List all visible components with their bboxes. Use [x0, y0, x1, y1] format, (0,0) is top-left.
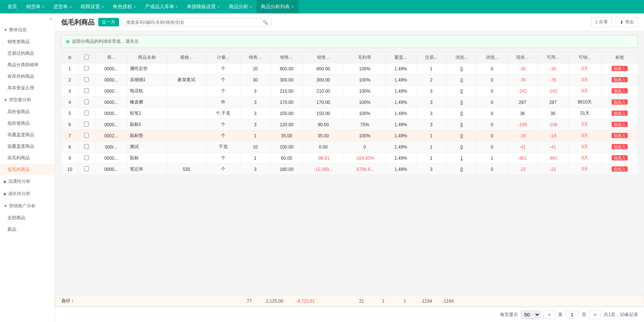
row-browse1[interactable]: 0 [446, 74, 477, 86]
sidebar-item-high-value[interactable]: 高价值商品 [0, 106, 55, 118]
table-row[interactable]: 9 0000... 鼠标 个 1 60.00 -98.91 -164.85% 1… [61, 153, 638, 164]
table-row[interactable]: 6 0000... 鼠标1 个 3 120.00 90.00 75% 1.49%… [61, 119, 638, 130]
row-checkbox[interactable] [84, 144, 89, 149]
row-browse1[interactable]: 0 [446, 108, 477, 119]
table-row[interactable]: 5 0000... 铅笔1 个,千克 3 150.00 150.00 100% … [61, 108, 638, 119]
col-saleable[interactable]: 可销... [568, 52, 602, 63]
row-browse1[interactable]: 0 [446, 63, 477, 74]
nav-template-setting[interactable]: 单据模板设置 × [182, 0, 224, 13]
row-check[interactable] [78, 86, 95, 97]
row-browse1[interactable]: 0 [446, 164, 477, 175]
row-check[interactable] [78, 97, 95, 108]
sidebar-item-sales-goods[interactable]: 销售类商品 [0, 36, 55, 48]
col-trade[interactable]: 交易... [416, 52, 446, 63]
nav-permissions[interactable]: 权限设置 × [76, 0, 108, 13]
close-icon[interactable]: × [102, 4, 104, 9]
sidebar-item-stock-capital[interactable]: 库存资金占用 [0, 82, 55, 94]
per-page-select[interactable]: 50 100 200 [521, 310, 541, 319]
table-row[interactable]: 4 0000... 橡皮擦 件 3 170.00 170.00 100% 1.4… [61, 97, 638, 108]
nav-role-auth[interactable]: 角色授权 × [108, 0, 140, 13]
col-cover-rate[interactable]: 覆盖... [385, 52, 416, 63]
sidebar-group-marketing[interactable]: ▼ 营销推广分析 [0, 200, 55, 212]
row-checkbox[interactable] [84, 99, 89, 104]
sidebar-group-growth[interactable]: ▶ 成长性分析 [0, 188, 55, 200]
col-sales-qty[interactable]: 销售... [240, 52, 270, 63]
row-checkbox[interactable] [84, 133, 89, 138]
sidebar-group-circulation[interactable]: ▶ 流通性分析 [0, 175, 55, 188]
row-checkbox[interactable] [84, 111, 89, 115]
row-check[interactable] [78, 63, 95, 74]
table-row[interactable]: 10 0000... 笔记本 535 个 3 180.00 -10,380...… [61, 164, 638, 175]
close-icon[interactable]: × [217, 4, 220, 9]
row-check[interactable] [78, 153, 95, 164]
row-check[interactable] [78, 164, 95, 175]
sidebar-item-low-coverage[interactable]: 低覆盖度商品 [0, 141, 55, 152]
prev-page-btn[interactable]: ＜ [544, 310, 555, 319]
sidebar-item-low-margin[interactable]: 低毛利商品 [0, 164, 55, 175]
col-sales-profit[interactable]: 销售... [303, 52, 344, 63]
col-browse1[interactable]: 浏览... [446, 52, 477, 63]
sidebar-item-all-goods[interactable]: 全部商品 [0, 212, 55, 224]
table-row[interactable]: 8 000/... 测试 千克 10 100.00 0.00 0 1.49% 1… [61, 141, 638, 153]
sidebar-item-low-value[interactable]: 低价值商品 [0, 118, 55, 129]
col-browse2[interactable]: 浏览... [477, 52, 507, 63]
sidebar-item-in-stock[interactable]: 有库存的商品 [0, 71, 55, 82]
nav-product-instock[interactable]: 产成品入库单 × [141, 0, 182, 13]
close-icon[interactable]: × [250, 4, 252, 9]
sidebar-item-category-rate[interactable]: 商品分类助销率 [0, 59, 55, 71]
row-checkbox[interactable] [84, 166, 89, 171]
col-settings[interactable]: ⚙ [61, 52, 79, 63]
col-current-stock[interactable]: 现有... [507, 52, 538, 63]
col-code[interactable]: 商... [95, 52, 127, 63]
period-button[interactable]: 近一月 [98, 18, 119, 26]
sidebar-group-type-analysis[interactable]: ▼ 类型量分析 [0, 94, 55, 106]
sidebar-collapse-btn[interactable]: « [0, 13, 55, 24]
sidebar-item-high-coverage[interactable]: 高覆盖度商品 [0, 129, 55, 141]
next-page-btn[interactable]: ＞ [589, 310, 601, 319]
row-checkbox[interactable] [84, 88, 89, 93]
col-check[interactable] [78, 52, 95, 63]
close-icon[interactable]: × [134, 4, 136, 9]
row-browse1[interactable]: 0 [446, 141, 477, 153]
share-button[interactable]: ⤴ 分享 [591, 17, 612, 27]
row-check[interactable] [78, 108, 95, 119]
check-all[interactable] [84, 55, 89, 60]
search-input[interactable] [126, 20, 261, 25]
sidebar-item-new-goods[interactable]: 新品 [0, 224, 55, 235]
col-available[interactable]: 可用... [538, 52, 568, 63]
sidebar-item-traded-goods[interactable]: 交易过的商品 [0, 48, 55, 59]
col-unit[interactable]: 计量... [206, 52, 240, 63]
table-row[interactable]: 2 0000... 吴细细1 参加复试 个 30 300.00 300.00 1… [61, 74, 638, 86]
table-row[interactable]: 7 0002... 鼠标垫 个 1 35.00 35.00 100% 1.49%… [61, 130, 638, 141]
row-checkbox[interactable] [84, 155, 89, 160]
close-icon[interactable]: × [291, 4, 294, 9]
close-icon[interactable]: × [176, 4, 178, 9]
close-icon[interactable]: × [69, 4, 71, 9]
nav-purchase-order[interactable]: 进货单 × [49, 0, 76, 13]
col-name[interactable]: 商品名称 [127, 52, 167, 63]
row-browse1[interactable]: 0 [446, 86, 477, 97]
row-checkbox[interactable] [84, 77, 89, 82]
sidebar-group-overall[interactable]: ▼ 整体信息 [0, 24, 55, 36]
col-spec[interactable]: 规格... [167, 52, 206, 63]
nav-goods-analysis-list[interactable]: 商品分析列表 × [256, 0, 298, 13]
row-check[interactable] [78, 130, 95, 141]
row-browse1[interactable]: 0 [446, 97, 477, 108]
col-sales-price[interactable]: 销售... [270, 52, 302, 63]
row-check[interactable] [78, 141, 95, 153]
row-checkbox[interactable] [84, 66, 89, 71]
row-check[interactable] [78, 119, 95, 130]
col-tag[interactable]: 标签 [602, 52, 638, 63]
row-checkbox[interactable] [84, 122, 89, 127]
row-browse1[interactable]: 0 [446, 130, 477, 141]
nav-sales-order[interactable]: 销货单 × [22, 0, 49, 13]
col-gross-rate[interactable]: 毛利率 [344, 52, 385, 63]
sidebar-item-high-margin[interactable]: 高毛利商品 [0, 152, 55, 164]
row-check[interactable] [78, 74, 95, 86]
row-browse1[interactable]: 0 [446, 119, 477, 130]
table-row[interactable]: 1 0000... 属性定价 个 20 800.00 800.00 100% 1… [61, 63, 638, 74]
row-browse1[interactable]: 1 [446, 153, 477, 164]
nav-home[interactable]: 首页 [3, 0, 22, 13]
nav-goods-analysis[interactable]: 商品分析 × [224, 0, 256, 13]
close-icon[interactable]: × [42, 4, 44, 9]
